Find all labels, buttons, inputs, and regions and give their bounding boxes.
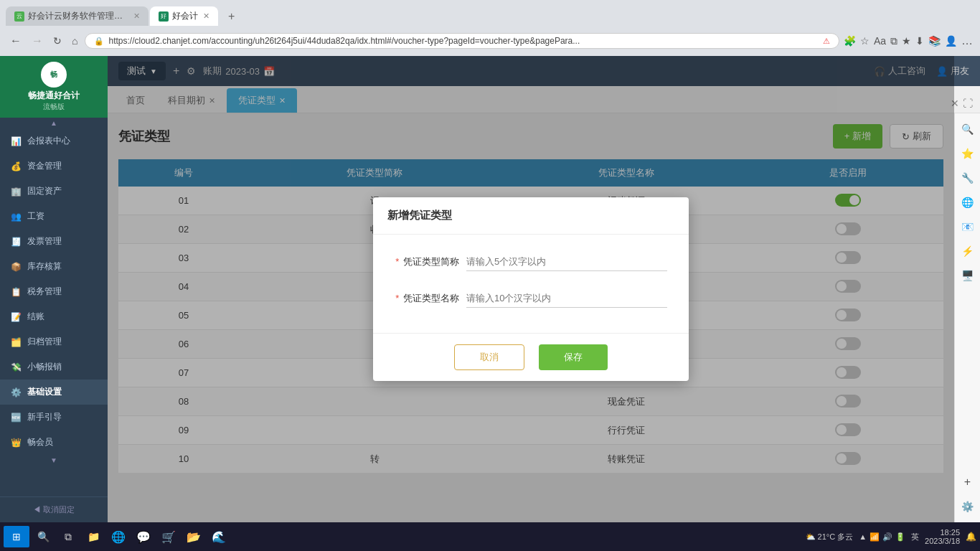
new-tab-button[interactable]: + [221, 7, 242, 26]
sidebar-item-assets[interactable]: 🏢 固定资产 [0, 179, 108, 204]
start-button[interactable]: ⊞ [4, 526, 29, 547]
address-bar[interactable]: 🔒 https://cloud2.chanjet.com/accounting/… [85, 33, 839, 49]
weather-icon: ⛅ [806, 532, 816, 542]
tab-favicon-2: 好 [159, 11, 169, 22]
taskbar-right: ⛅ 21°C 多云 ▲ 📶 🔊 🔋 英 18:25 2023/3/18 🔔 [806, 528, 976, 545]
taskbar: ⊞ 🔍 ⧉ 📁 🌐 💬 🛒 📂 🌊 ⛅ 21°C 多云 ▲ 📶 🔊 🔋 英 18… [0, 522, 980, 551]
member-icon: 👑 [11, 438, 22, 448]
address-warning-icon: ⚠ [823, 37, 830, 46]
scroll-up-indicator[interactable]: ▲ [0, 118, 108, 128]
folder-taskbar-icon[interactable]: 📂 [182, 526, 205, 547]
tab-bar: 云 好会计云财务软件管理系统_会计 ✕ 好 好会计 ✕ + [0, 0, 980, 26]
chrome-taskbar-icon[interactable]: 🌐 [107, 526, 130, 547]
sidebar-item-inventory[interactable]: 📦 库存核算 [0, 254, 108, 279]
back-button[interactable]: ← [7, 33, 24, 49]
search-right-icon[interactable]: 🔍 [958, 119, 978, 139]
save-button[interactable]: 保存 [539, 344, 608, 370]
file-explorer-icon[interactable]: 📁 [82, 526, 105, 547]
close-tab-1-icon[interactable]: ✕ [133, 11, 140, 21]
collections-button[interactable]: 📚 [928, 35, 941, 47]
downloads-button[interactable]: ⬇ [915, 35, 924, 47]
gear-right-icon[interactable]: ⚙️ [958, 496, 978, 517]
volume-icon: 🔊 [882, 532, 892, 542]
abbr-required-star: * [395, 256, 399, 267]
sidebar-item-invoice[interactable]: 🧾 发票管理 [0, 229, 108, 254]
sidebar-item-label-expense: 小畅报销 [27, 361, 62, 373]
wifi-icon: 📶 [870, 532, 880, 542]
lightning-right-icon[interactable]: ⚡ [958, 241, 978, 261]
scroll-down-indicator[interactable]: ▼ [0, 455, 108, 466]
clock: 18:25 2023/3/18 [925, 528, 960, 545]
more-options-button[interactable]: … [961, 34, 973, 47]
tab-label-1: 好会计云财务软件管理系统_会计 [28, 10, 128, 22]
sidebar-item-archive[interactable]: 🗂️ 归档管理 [0, 329, 108, 354]
sidebar-item-settle[interactable]: 📝 结账 [0, 304, 108, 329]
sidebar-scroll: ▲ 📊 会报表中心 💰 资金管理 🏢 固定资产 👥 工资 🧾 发票管理 [0, 118, 108, 496]
notification-icon[interactable]: 🔔 [966, 532, 976, 542]
monitor-right-icon[interactable]: 🖥️ [958, 265, 978, 286]
salary-icon: 👥 [11, 212, 22, 222]
logo-sub: 流畅版 [43, 102, 65, 112]
up-arrow-icon[interactable]: ▲ [859, 532, 867, 541]
name-input[interactable] [466, 289, 667, 308]
forward-button[interactable]: → [29, 33, 46, 49]
reload-button[interactable]: ↻ [50, 34, 65, 48]
battery-icon: 🔋 [895, 532, 905, 542]
logo-icon: 畅 [41, 62, 67, 88]
date-display: 2023/3/18 [925, 537, 960, 545]
assets-icon: 🏢 [11, 187, 22, 197]
system-tray: ▲ 📶 🔊 🔋 [859, 532, 905, 542]
sidebar: 畅 畅捷通好合计 流畅版 ▲ 📊 会报表中心 💰 资金管理 🏢 固定资产 👥 [0, 56, 108, 522]
cancel-pin-button[interactable]: ◀ 取消固定 [0, 496, 108, 522]
weather-text: 21°C 多云 [818, 532, 854, 542]
search-taskbar-icon[interactable]: 🔍 [32, 526, 55, 547]
sidebar-item-expense[interactable]: 💸 小畅报销 [0, 354, 108, 380]
fund-icon: 💰 [11, 161, 22, 171]
modal-title: 新增凭证类型 [387, 209, 452, 222]
sidebar-item-settings[interactable]: ⚙️ 基础设置 [0, 380, 108, 405]
modal-dialog: 新增凭证类型 * 凭证类型简称 * 凭证类型名称 [373, 197, 689, 381]
tab-favicon-1: 云 [14, 11, 24, 22]
sidebar-item-tax[interactable]: 📋 税务管理 [0, 279, 108, 304]
browser-toolbar: ← → ↻ ⌂ 🔒 https://cloud2.chanjet.com/acc… [0, 26, 980, 56]
mail-right-icon[interactable]: 📧 [958, 217, 978, 237]
profile-button[interactable]: 👤 [945, 35, 957, 47]
modal-footer: 取消 保存 [373, 333, 689, 381]
cancel-button[interactable]: 取消 [454, 344, 524, 370]
globe-right-icon[interactable]: 🌐 [958, 192, 978, 212]
split-view-button[interactable]: ⧉ [890, 35, 897, 47]
time-display: 18:25 [925, 528, 960, 537]
extensions-button[interactable]: 🧩 [844, 35, 856, 47]
address-text: https://cloud2.chanjet.com/accounting/uh… [108, 36, 818, 46]
plus-right-icon[interactable]: + [958, 472, 978, 492]
sidebar-item-salary[interactable]: 👥 工资 [0, 204, 108, 229]
abbr-input[interactable] [466, 253, 667, 271]
sidebar-item-member[interactable]: 👑 畅会员 [0, 430, 108, 455]
logo-text: 畅捷通好合计 [28, 90, 80, 102]
lock-icon: 🔒 [94, 37, 104, 46]
weather-info: ⛅ 21°C 多云 [806, 532, 854, 542]
wechat-taskbar-icon[interactable]: 💬 [132, 526, 155, 547]
archive-icon: 🗂️ [11, 337, 22, 347]
tab-active[interactable]: 好 好会计 ✕ [150, 6, 218, 26]
store-taskbar-icon[interactable]: 🛒 [157, 526, 180, 547]
star-right-icon[interactable]: ⭐ [958, 143, 978, 164]
edge-taskbar-icon[interactable]: 🌊 [207, 526, 230, 547]
sidebar-item-label-salary: 工资 [27, 210, 44, 222]
maximize-panel-button[interactable]: ⛶ [963, 98, 973, 109]
add-favorite-button[interactable]: ★ [902, 35, 911, 47]
sidebar-item-fund[interactable]: 💰 资金管理 [0, 154, 108, 179]
close-tab-2-icon[interactable]: ✕ [203, 11, 209, 21]
sidebar-item-guide[interactable]: 🆕 新手引导 [0, 405, 108, 430]
invoice-icon: 🧾 [11, 237, 22, 247]
right-sidebar: 🔍 ⭐ 🔧 🌐 📧 ⚡ 🖥️ + ⚙️ [954, 113, 980, 522]
sidebar-item-report[interactable]: 📊 会报表中心 [0, 128, 108, 154]
tab-inactive[interactable]: 云 好会计云财务软件管理系统_会计 ✕ [6, 6, 149, 26]
favorites-button[interactable]: ☆ [860, 35, 870, 47]
tools-right-icon[interactable]: 🔧 [958, 168, 978, 188]
sidebar-item-label-settle: 结账 [27, 311, 44, 323]
home-button[interactable]: ⌂ [69, 34, 80, 48]
lang-indicator: 英 [911, 532, 919, 542]
task-view-icon[interactable]: ⧉ [57, 526, 80, 547]
reading-mode-button[interactable]: Aa [874, 35, 886, 47]
